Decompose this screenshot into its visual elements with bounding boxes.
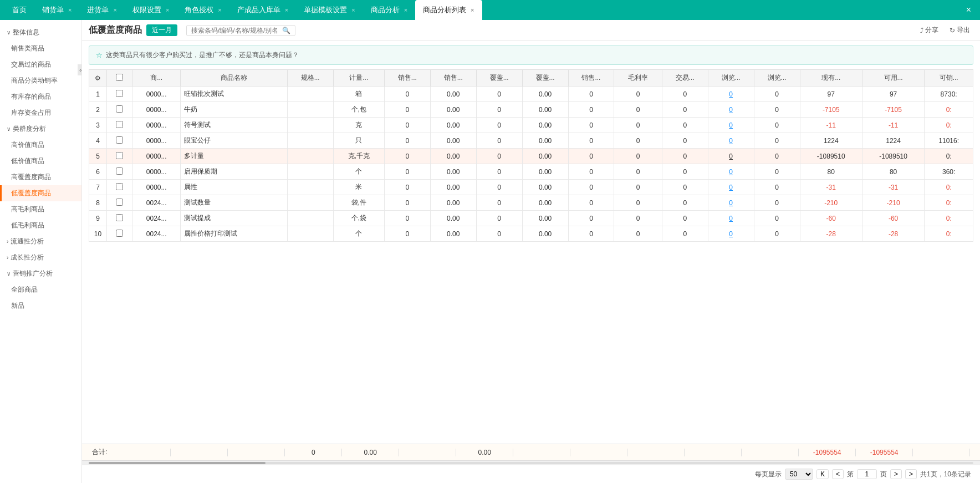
row-checkbox-cell[interactable] — [107, 87, 132, 102]
row-checkbox[interactable] — [116, 167, 123, 175]
col-unit-header[interactable]: 计量... — [333, 70, 384, 87]
col-settings[interactable]: ⚙ — [89, 70, 107, 87]
row-checkbox-cell[interactable] — [107, 180, 132, 195]
row-browse1[interactable]: 0 — [708, 87, 754, 102]
sidebar-item-sales-goods[interactable]: 销售类商品 — [0, 40, 81, 57]
close-icon[interactable]: × — [166, 0, 169, 20]
row-checkbox-cell[interactable] — [107, 133, 132, 149]
sidebar-item-low-coverage[interactable]: 低覆盖度商品 — [0, 185, 81, 201]
row-checkbox[interactable] — [116, 152, 123, 159]
close-icon[interactable]: × — [351, 0, 355, 20]
col-sales2-header[interactable]: 销售... — [430, 70, 476, 87]
row-checkbox-cell[interactable] — [107, 164, 132, 180]
search-icon[interactable]: 🔍 — [282, 27, 290, 34]
col-gross-header[interactable]: 毛利率 — [614, 70, 662, 87]
scrollbar-thumb[interactable] — [89, 462, 266, 464]
row-checkbox[interactable] — [116, 230, 123, 237]
row-browse1[interactable]: 0 — [708, 211, 754, 226]
row-checkbox[interactable] — [116, 90, 123, 97]
row-checkbox-cell[interactable] — [107, 195, 132, 211]
row-checkbox-cell[interactable] — [107, 118, 132, 133]
row-checkbox[interactable] — [116, 199, 123, 206]
sidebar-item-new-goods[interactable]: 新品 — [0, 298, 81, 314]
row-checkbox-cell[interactable] — [107, 226, 132, 242]
sidebar-item-all-goods[interactable]: 全部商品 — [0, 282, 81, 298]
sidebar-item-high-margin[interactable]: 高毛利商品 — [0, 201, 81, 217]
table-wrapper[interactable]: ⚙ 商... 商品名称 规格... 计量... 销售... 销售... 覆盖..… — [82, 69, 980, 444]
sidebar-collapse-button[interactable]: « — [78, 64, 82, 75]
page-number-input[interactable] — [857, 469, 877, 479]
nav-item-analysis-list[interactable]: 商品分析列表 × — [415, 0, 482, 20]
row-checkbox[interactable] — [116, 121, 123, 128]
col-cover1-header[interactable]: 覆盖... — [476, 70, 522, 87]
row-browse1[interactable]: 0 — [708, 118, 754, 133]
sidebar-item-traded-goods[interactable]: 交易过的商品 — [0, 57, 81, 73]
sidebar-item-category-rate[interactable]: 商品分类动销率 — [0, 73, 81, 89]
sidebar-item-low-value[interactable]: 低价值商品 — [0, 153, 81, 169]
nav-item-role[interactable]: 角色授权 × — [177, 0, 229, 20]
close-icon[interactable]: × — [471, 0, 474, 20]
export-button[interactable]: ↻ 导出 — [946, 24, 973, 36]
close-icon[interactable]: × — [68, 0, 72, 20]
nav-item-analysis[interactable]: 商品分析 × — [363, 0, 415, 20]
select-all-checkbox[interactable] — [116, 74, 123, 81]
col-sellable-header[interactable]: 可销... — [925, 70, 973, 87]
search-input[interactable] — [191, 27, 280, 34]
row-checkbox-cell[interactable] — [107, 149, 132, 164]
period-button[interactable]: 近一月 — [146, 24, 177, 36]
close-all-button[interactable]: × — [962, 5, 976, 15]
sidebar-item-high-value[interactable]: 高价值商品 — [0, 137, 81, 153]
nav-item-purchase[interactable]: 进货单 × — [79, 0, 124, 20]
sidebar-section-circulation[interactable]: › 流通性分析 — [0, 233, 81, 250]
col-browse1-header[interactable]: 浏览... — [708, 70, 754, 87]
nav-item-finished[interactable]: 产成品入库单 × — [229, 0, 296, 20]
close-icon[interactable]: × — [404, 0, 407, 20]
row-browse1[interactable]: 0 — [708, 133, 754, 149]
row-checkbox-cell[interactable] — [107, 102, 132, 118]
col-cover2-header[interactable]: 覆盖... — [522, 70, 568, 87]
col-name-header[interactable]: 商品名称 — [181, 70, 287, 87]
col-sales1-header[interactable]: 销售... — [384, 70, 430, 87]
row-checkbox[interactable] — [116, 183, 123, 190]
row-checkbox-cell[interactable] — [107, 211, 132, 226]
col-checkbox[interactable] — [107, 70, 132, 87]
row-checkbox[interactable] — [116, 105, 123, 113]
close-icon[interactable]: × — [218, 0, 221, 20]
sidebar-item-stock-capital[interactable]: 库存资金占用 — [0, 105, 81, 121]
per-page-select[interactable]: 50 100 200 — [785, 469, 813, 480]
col-available-header[interactable]: 可用... — [862, 70, 924, 87]
last-page-button[interactable]: > — [905, 469, 917, 479]
next-page-button[interactable]: > — [890, 469, 902, 479]
close-icon[interactable]: × — [285, 0, 288, 20]
prev-page-button[interactable]: < — [832, 469, 844, 479]
nav-item-permission[interactable]: 权限设置 × — [125, 0, 177, 20]
sidebar-section-overall[interactable]: ∨ 整体信息 — [0, 24, 81, 40]
sidebar-item-with-stock[interactable]: 有库存的商品 — [0, 89, 81, 105]
row-checkbox[interactable] — [116, 214, 123, 221]
col-spec-header[interactable]: 规格... — [287, 70, 333, 87]
row-browse1[interactable]: 0 — [708, 164, 754, 180]
row-browse1[interactable]: 0 — [708, 180, 754, 195]
col-sales3-header[interactable]: 销售... — [568, 70, 614, 87]
sidebar-section-marketing[interactable]: ∨ 营销推广分析 — [0, 266, 81, 282]
nav-item-template[interactable]: 单据模板设置 × — [296, 0, 363, 20]
row-browse1[interactable]: 0 — [708, 226, 754, 242]
first-page-button[interactable]: K — [816, 469, 829, 479]
col-browse2-header[interactable]: 浏览... — [754, 70, 800, 87]
col-current-header[interactable]: 现有... — [800, 70, 862, 87]
sidebar-item-low-margin[interactable]: 低毛利商品 — [0, 217, 81, 233]
row-browse1[interactable]: 0 — [708, 195, 754, 211]
row-browse1[interactable]: 0 — [708, 149, 754, 164]
close-icon[interactable]: × — [113, 0, 116, 20]
horizontal-scrollbar[interactable] — [82, 460, 980, 465]
col-code-header[interactable]: 商... — [132, 70, 181, 87]
nav-item-home[interactable]: 首页 — [4, 0, 34, 20]
nav-item-sales[interactable]: 销货单 × — [34, 0, 79, 20]
sidebar-section-cluster[interactable]: ∨ 类群度分析 — [0, 121, 81, 137]
col-trade-header[interactable]: 交易... — [662, 70, 708, 87]
sidebar-section-growth[interactable]: › 成长性分析 — [0, 250, 81, 266]
sidebar-item-high-coverage[interactable]: 高覆盖度商品 — [0, 169, 81, 185]
row-browse1[interactable]: 0 — [708, 102, 754, 118]
row-checkbox[interactable] — [116, 136, 123, 144]
share-button[interactable]: ⤴ 分享 — [917, 24, 942, 36]
